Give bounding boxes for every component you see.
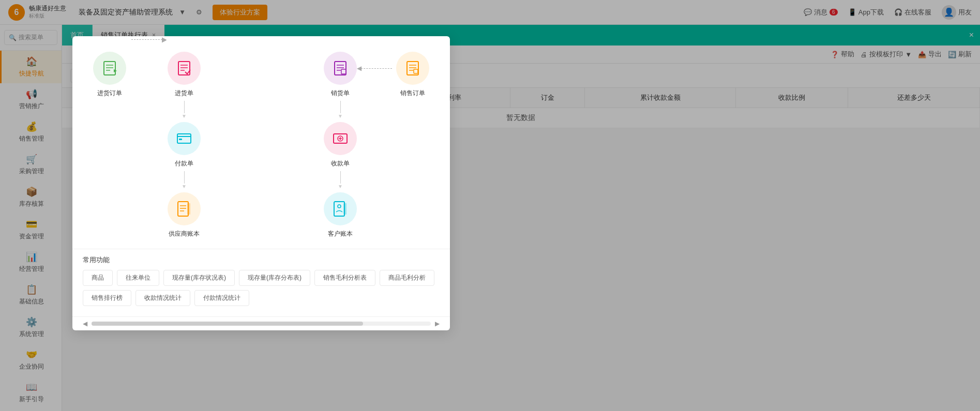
flow-node-purchase-bill[interactable]: 进货单 [168, 52, 201, 98]
flow-node-sale-order[interactable]: 销售订单 [396, 52, 429, 98]
svg-rect-12 [178, 202, 188, 216]
flow-section: 进货订单 ▶ 进货单 [72, 36, 450, 249]
customer-ledger-icon [324, 192, 357, 225]
purchase-bill-icon [168, 52, 201, 85]
common-btn-sales-gross[interactable]: 销售毛利分析表 [314, 270, 375, 286]
common-btn-stock-dist[interactable]: 现存量(库存分布表) [239, 270, 310, 286]
common-buttons-row1: 商品 往来单位 现存量(库存状况表) 现存量(库存分布表) 销售毛利分析表 商品… [83, 270, 440, 286]
receipt-icon [324, 122, 357, 155]
common-buttons-row2: 销售排行榜 收款情况统计 付款情况统计 [83, 290, 440, 306]
svg-rect-29 [407, 62, 418, 75]
svg-point-28 [338, 205, 341, 208]
payment-label: 付款单 [175, 159, 193, 168]
purchase-bill-label: 进货单 [175, 89, 193, 98]
purchase-order-label: 进货订单 [97, 89, 122, 98]
flow-node-customer-ledger[interactable]: 客户账本 [324, 192, 357, 238]
arrow-down-3: ▼ [338, 98, 343, 122]
flow-node-payment[interactable]: 付款单 [168, 122, 201, 168]
common-btn-receipt-stats[interactable]: 收款情况统计 [135, 290, 190, 306]
svg-rect-13 [187, 203, 190, 215]
svg-rect-33 [414, 69, 418, 73]
scrollbar-thumb [92, 322, 363, 326]
common-btn-product-gross[interactable]: 商品毛利分析 [380, 270, 434, 286]
supplier-ledger-icon [168, 192, 201, 225]
scroll-right-icon[interactable]: ▶ [435, 320, 440, 327]
common-btn-product[interactable]: 商品 [83, 270, 113, 286]
svg-rect-17 [335, 62, 346, 75]
modal-scrollbar: ◀ ▶ [72, 316, 450, 330]
payment-icon [168, 122, 201, 155]
flow-node-sale-bill[interactable]: 销货单 [324, 52, 357, 98]
arrow-down-4: ▼ [338, 168, 343, 192]
flow-node-supplier-ledger[interactable]: 供应商账本 [168, 192, 201, 238]
sale-order-icon [396, 52, 429, 85]
scroll-left-icon[interactable]: ◀ [83, 320, 87, 327]
scrollbar-track[interactable] [92, 322, 431, 326]
common-btn-sales-rank[interactable]: 销售排行榜 [83, 290, 131, 306]
purchase-order-icon [93, 52, 126, 85]
common-functions-section: 常用功能 商品 往来单位 现存量(库存状况表) 现存量(库存分布表) 销售毛利分… [72, 249, 450, 316]
svg-rect-0 [104, 62, 115, 75]
supplier-ledger-label: 供应商账本 [169, 230, 200, 238]
svg-rect-9 [177, 134, 191, 143]
sale-bill-icon [324, 52, 357, 85]
sale-order-label: 销售订单 [400, 89, 425, 98]
arrow-down-2: ▼ [182, 168, 187, 192]
common-functions-title: 常用功能 [83, 249, 440, 270]
flow-node-purchase-order[interactable]: 进货订单 [93, 52, 126, 98]
modal-overlay: 进货订单 ▶ 进货单 [0, 0, 980, 411]
sale-bill-label: 销货单 [331, 89, 350, 98]
modal-box: 进货订单 ▶ 进货单 [72, 36, 450, 330]
arrow-down-1: ▼ [182, 98, 187, 122]
common-btn-payment-stats[interactable]: 付款情况统计 [194, 290, 249, 306]
common-btn-partner[interactable]: 往来单位 [117, 270, 159, 286]
flow-node-receipt[interactable]: 收款单 [324, 122, 357, 168]
svg-rect-26 [334, 202, 344, 216]
svg-rect-21 [341, 69, 346, 74]
receipt-label: 收款单 [331, 159, 350, 168]
svg-rect-27 [343, 203, 346, 215]
common-btn-stock-status[interactable]: 现存量(库存状况表) [163, 270, 235, 286]
svg-rect-11 [179, 139, 182, 140]
arrow-purchase-to-bill: ▶ [126, 39, 168, 40]
customer-ledger-label: 客户账本 [328, 230, 353, 238]
